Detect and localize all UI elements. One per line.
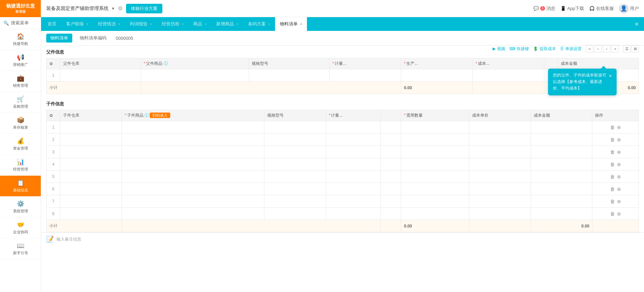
grid-view-button[interactable]: ⊞	[631, 45, 639, 52]
delete-icon[interactable]: 🗑	[610, 199, 615, 204]
view-video-button[interactable]: ▶ 视频	[493, 46, 505, 52]
tab-home-label: 首页	[48, 21, 57, 27]
copy-icon[interactable]: ⊕	[617, 162, 621, 167]
delete-icon[interactable]: 🗑	[610, 125, 615, 130]
child-spec-3[interactable]	[264, 146, 326, 158]
child-warehouse-2[interactable]	[60, 133, 122, 146]
parent-col-settings[interactable]: ⚙	[47, 58, 60, 69]
copy-icon[interactable]: ⊕	[617, 125, 621, 130]
tab-barcode-close[interactable]: ×	[268, 22, 270, 26]
child-goods-1[interactable]	[122, 121, 264, 133]
sidebar-item-basic-info[interactable]: 📋 基础信息	[0, 176, 41, 197]
child-quantity-2[interactable]	[401, 133, 469, 146]
tab-goods-close[interactable]: ×	[205, 22, 207, 26]
tab-bom[interactable]: 物料清单 ×	[275, 17, 307, 31]
parent-cost-cell[interactable]	[473, 69, 544, 82]
child-warehouse-3[interactable]	[60, 146, 122, 158]
child-unit-cost-3[interactable]	[469, 146, 531, 158]
sidebar-item-sales[interactable]: 💼 销售管理	[0, 71, 41, 92]
online-service-button[interactable]: 🎧 在线客服	[589, 5, 614, 12]
parent-goods-cell[interactable]	[141, 69, 249, 82]
settings-gear-icon[interactable]: ⚙	[118, 5, 123, 12]
copy-icon[interactable]: ⊕	[617, 174, 621, 179]
trial-button[interactable]: 体验行业方案	[126, 4, 162, 13]
child-goods-3[interactable]	[122, 146, 264, 158]
child-unit-2[interactable]	[326, 133, 381, 146]
tab-customer-close[interactable]: ×	[86, 22, 88, 26]
sidebar-item-purchase[interactable]: 🛒 采购管理	[0, 92, 41, 113]
tab-add-goods[interactable]: 新增商品 ×	[211, 17, 243, 31]
tab-operations-history[interactable]: 经营历程 ×	[157, 17, 189, 31]
parent-spec-cell[interactable]	[249, 69, 330, 82]
tab-operations-status[interactable]: 经营情况 ×	[93, 17, 125, 31]
child-unit-3[interactable]	[326, 146, 381, 158]
parent-production-cell[interactable]	[401, 69, 473, 82]
close-all-tabs-button[interactable]: ✕	[631, 21, 642, 27]
avatar: 👤	[619, 4, 629, 13]
tab-add-goods-close[interactable]: ×	[236, 22, 238, 26]
tab-profit-report[interactable]: 利润报告 ×	[125, 17, 157, 31]
child-spec-1[interactable]	[264, 121, 326, 133]
system-dropdown[interactable]: ▾	[112, 6, 114, 11]
nav-first-button[interactable]: «	[586, 45, 593, 52]
scan-button[interactable]: 扫码录入	[150, 113, 170, 118]
tab-operations-history-close[interactable]: ×	[182, 22, 184, 26]
sidebar-item-system[interactable]: ⚙️ 系统管理	[0, 197, 41, 218]
delete-icon[interactable]: 🗑	[610, 149, 615, 155]
child-quantity-1[interactable]	[401, 121, 469, 133]
list-view-button[interactable]: ☰	[623, 45, 631, 52]
nav-prev-button[interactable]: ‹	[594, 45, 602, 52]
sidebar-item-marketing[interactable]: 📢 营销推广	[0, 50, 41, 71]
sidebar-item-label: 新手引导	[13, 250, 28, 256]
delete-icon[interactable]: 🗑	[610, 174, 615, 179]
child-col-settings[interactable]: ⚙	[47, 110, 60, 121]
sidebar-item-quick-nav[interactable]: 🏠 快捷导航	[0, 29, 41, 50]
child-unit-cost-1[interactable]	[469, 121, 531, 133]
tab-customer[interactable]: 客户联络 ×	[61, 17, 93, 31]
sidebar-item-label: 库存核算	[13, 125, 28, 130]
note-placeholder[interactable]: 输入备注信息	[57, 236, 81, 242]
tab-home[interactable]: 首页	[43, 17, 61, 31]
sidebar-item-inventory[interactable]: 📦 库存核算	[0, 113, 41, 134]
parent-warehouse-cell[interactable]	[60, 69, 141, 82]
copy-icon[interactable]: ⊕	[617, 149, 621, 155]
delete-icon[interactable]: 🗑	[610, 186, 615, 192]
copy-icon[interactable]: ⊕	[617, 137, 621, 142]
user-button[interactable]: 👤 用户	[619, 4, 639, 13]
nav-last-button[interactable]: »	[611, 45, 619, 52]
single-settings-button[interactable]: ☰ 单据设置	[560, 46, 582, 52]
app-download-button[interactable]: 📱 App下载	[560, 5, 584, 12]
child-quantity-3[interactable]	[401, 146, 469, 158]
parent-unit-cell[interactable]	[330, 69, 401, 82]
child-unit-1[interactable]	[326, 121, 381, 133]
child-unit-cost-2[interactable]	[469, 133, 531, 146]
subtab-bom-list[interactable]: 物料清单	[46, 34, 72, 43]
child-spec-2[interactable]	[264, 133, 326, 146]
copy-icon[interactable]: ⊕	[617, 211, 621, 217]
child-goods-2[interactable]	[122, 133, 264, 146]
tab-operations-status-close[interactable]: ×	[118, 22, 120, 26]
shortcut-button[interactable]: ⌨ 快捷键	[509, 46, 529, 52]
tab-profit-report-close[interactable]: ×	[150, 22, 152, 26]
nav-next-button[interactable]: ›	[603, 45, 610, 52]
sidebar-item-guide[interactable]: 📖 新手引导	[0, 238, 41, 259]
sidebar-search[interactable]: 🔍 搜索菜单	[0, 17, 41, 29]
message-button[interactable]: 💬 6 消息	[533, 5, 555, 12]
delete-icon[interactable]: 🗑	[610, 211, 615, 217]
extract-cost-button[interactable]: 💲 提取成本	[533, 46, 556, 52]
main-content: 装备及固定资产辅助管理系统 ▾ ⚙ 体验行业方案 💬 6 消息 📱 App下载 …	[41, 0, 644, 292]
tab-bom-close[interactable]: ×	[300, 22, 302, 26]
delete-icon[interactable]: 🗑	[610, 162, 615, 167]
tab-goods[interactable]: 商品 ×	[188, 17, 211, 31]
copy-icon[interactable]: ⊕	[617, 199, 621, 204]
sidebar-item-enterprise[interactable]: 🤝 企业协同	[0, 218, 41, 238]
system-icon: ⚙️	[17, 200, 24, 208]
sidebar-item-operations[interactable]: 📊 经营管理	[0, 155, 41, 176]
tab-barcode[interactable]: 条码方案 ×	[243, 17, 275, 31]
child-warehouse-1[interactable]	[60, 121, 122, 133]
sidebar-item-finance[interactable]: 💰 资金管理	[0, 134, 41, 155]
copy-icon[interactable]: ⊕	[617, 186, 621, 192]
table-row: 3 🗑 ⊕	[47, 146, 639, 158]
tooltip-close-button[interactable]: ×	[609, 72, 612, 80]
delete-icon[interactable]: 🗑	[610, 137, 615, 142]
